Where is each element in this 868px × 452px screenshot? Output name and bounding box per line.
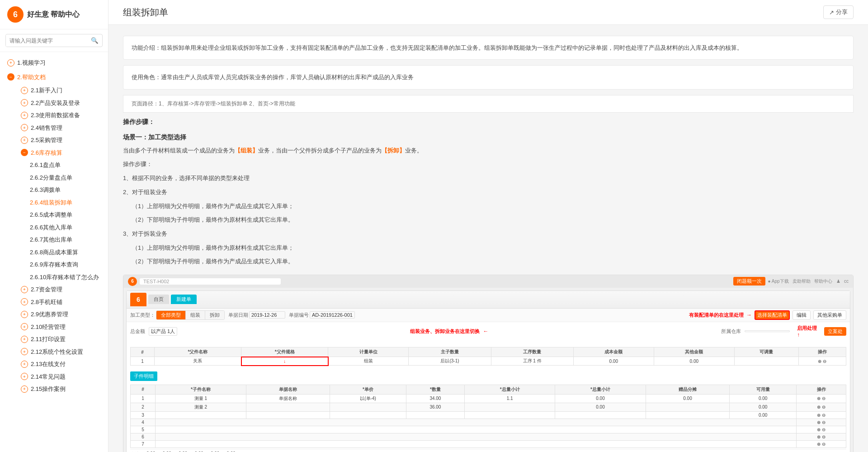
search-button[interactable]: 🔍 xyxy=(87,34,102,47)
sidebar-item-2-6-7[interactable]: 2.6.7其他出库单 xyxy=(26,233,108,246)
upper-th-spec: *父件规格 xyxy=(241,347,328,357)
type-label: 加工类型： xyxy=(130,312,155,319)
sidebar-item-2-3[interactable]: + 2.3使用前数据准备 xyxy=(17,109,108,122)
breadcrumb: 页面路径：1、库存核算->库存管理->组装拆卸单 2、首页->常用功能 xyxy=(123,95,854,113)
sidebar-item-2-10[interactable]: + 2.10经营管理 xyxy=(17,321,108,333)
upper-cell-arrow: ↓ xyxy=(283,359,286,364)
logo-icon: 6 xyxy=(7,6,24,23)
type-btn-disassemble[interactable]: 拆卸 xyxy=(205,311,224,319)
sidebar-item-2-9[interactable]: + 2.9优惠券管理 xyxy=(17,308,108,321)
mock-screen: 6 TEST-H002 闭题额一次 ● App下载 卖助帮助 帮助中心 ♟ cc… xyxy=(123,275,853,452)
confirm-button[interactable]: 立案处 xyxy=(824,327,846,336)
share-icon: ↗ xyxy=(829,9,834,16)
step2-1: （1）上部明细为父件明细，最终作为产成品生成其它入库单； xyxy=(123,201,854,212)
app-header-tabs: 6 自页 新建单 xyxy=(127,291,850,309)
app-tab-home[interactable]: 自页 xyxy=(148,295,169,304)
sidebar-item-2-5[interactable]: + 2.5采购管理 xyxy=(17,134,108,147)
sidebar-item-2-6-3[interactable]: 2.6.3调拨单 xyxy=(26,184,108,196)
annotation2-area: 启用处理 ↑ xyxy=(797,325,817,338)
edit-button[interactable]: 编辑 xyxy=(793,310,811,320)
topbar: 组装拆卸单 ↗ 分享 xyxy=(108,0,868,25)
sidebar-item-2-11[interactable]: + 2.11打印设置 xyxy=(17,333,108,346)
logo-area: 6 好生意 帮助中心 xyxy=(0,0,108,29)
scenario1-desc: 当由多个子件材料组装成一个成品的业务为【组装】业务，当由一个父件拆分成多个子产品… xyxy=(123,145,854,157)
sidebar-item-2-6-6[interactable]: 2.6.6其他入库单 xyxy=(26,221,108,234)
collapse-icon-2-6: − xyxy=(21,149,28,156)
sidebar-item-2-14[interactable]: + 2.14常见问题 xyxy=(17,371,108,383)
expand-icon-2-3: + xyxy=(21,112,28,119)
upper-table-area: # *父件名称 *父件规格 计量单位 主子数量 工序数量 成本金额 其他金额 可… xyxy=(127,343,850,369)
expand-icon-2-13: + xyxy=(21,361,28,368)
content-area: 功能介绍：组装拆卸单用来处理企业组装或拆卸等加工业务，支持有固定装配清单的产品加… xyxy=(108,25,868,452)
expand-icon-2-15: + xyxy=(21,385,28,393)
sidebar-item-2-8[interactable]: + 2.8手机旺铺 xyxy=(17,296,108,309)
upper-th-other: 其他金额 xyxy=(654,347,734,357)
type-btn-assemble[interactable]: 组装 xyxy=(186,311,205,319)
sidebar-item-1[interactable]: + 1.视频学习 xyxy=(0,56,108,70)
select-bom-button[interactable]: 选择装配清单 xyxy=(755,310,790,320)
screenshot-mockup: 6 TEST-H002 闭题额一次 ● App下载 卖助帮助 帮助中心 ♟ cc… xyxy=(123,275,854,452)
expand-icon-2-9: + xyxy=(21,311,28,318)
expand-icon-2-4: + xyxy=(21,124,28,131)
step3-1: （1）上部明细为父件明细，最终作为原材料生成其它出库单； xyxy=(123,243,854,254)
annotation-arrow-left: ← xyxy=(483,328,489,334)
upper-th-qty2: 工序数量 xyxy=(491,347,573,357)
warehouse-input[interactable] xyxy=(745,330,790,332)
lower-table-row-7: 7 ⊕ ⊖ xyxy=(131,440,846,447)
search-area: 🔍 xyxy=(0,29,108,52)
date-label: 单据日期 xyxy=(228,312,248,319)
upper-th-unit: 计量单位 xyxy=(328,347,409,357)
expand-icon-2-10: + xyxy=(21,323,28,330)
intro-box-1: 功能介绍：组装拆卸单用来处理企业组装或拆卸等加工业务，支持有固定装配清单的产品加… xyxy=(123,36,854,60)
sidebar-item-2[interactable]: − 2.帮助文档 xyxy=(0,70,108,85)
collapse-icon-2: − xyxy=(7,73,14,81)
qty-label: 总金额 xyxy=(130,328,145,335)
search-box: 🔍 xyxy=(5,34,103,47)
sidebar-item-2-13[interactable]: + 2.13在线支付 xyxy=(17,358,108,371)
sidebar-item-2-4[interactable]: + 2.4销售管理 xyxy=(17,122,108,134)
annotation2-text: 启用处理 xyxy=(797,325,817,331)
sidebar-item-2-6-1[interactable]: 2.6.1盘点单 xyxy=(26,159,108,171)
share-button[interactable]: ↗ 分享 xyxy=(823,5,854,19)
sidebar-item-2-6-10[interactable]: 2.6.10库存账本错了怎么办 xyxy=(26,271,108,284)
date-input[interactable]: 2019-12-26 xyxy=(249,311,285,319)
sidebar-item-2-6-2[interactable]: 2.6.2分量盘点单 xyxy=(26,171,108,184)
browser-nav-icons: ● App下载 卖助帮助 帮助中心 ♟ cc xyxy=(768,278,849,285)
sidebar-item-2-6-8[interactable]: 2.6.8商品成本重算 xyxy=(26,246,108,259)
upper-th-qty1: 主子数量 xyxy=(409,347,491,357)
nav-sub-2: + 2.1新手入门 + 2.2产品安装及登录 + 2.3使用前数据准备 + 2.… xyxy=(0,84,108,395)
lower-table: # *子件名称 单据名称 *单价 *数量 *总量小计 *总量小计 赠品分摊 可用… xyxy=(130,385,846,448)
upper-th-seq: # xyxy=(131,347,155,357)
ops-steps-title: 操作步骤： xyxy=(123,159,854,170)
annotation2-arrow: ↑ xyxy=(797,332,800,338)
qty-value[interactable]: 以产品 1人 xyxy=(149,327,177,336)
table-footer: 合计 0.00 0.00 0.00 0.00 0.00 0.00 xyxy=(130,449,846,452)
sidebar-item-2-1[interactable]: + 2.1新手入门 xyxy=(17,84,108,97)
sidebar-item-2-2[interactable]: + 2.2产品安装及登录 xyxy=(17,97,108,109)
sidebar-item-2-6[interactable]: − 2.6库存核算 xyxy=(17,147,108,159)
fields-row: 总金额 以产品 1人 组装业务、拆卸业务在这里切换 ← 所属仓库 启用处理 xyxy=(127,322,850,343)
type-btn-all[interactable]: 全部类型 xyxy=(156,311,186,319)
browser-logo: 6 xyxy=(128,277,137,286)
upper-table: # *父件名称 *父件规格 计量单位 主子数量 工序数量 成本金额 其他金额 可… xyxy=(130,347,846,366)
lower-table-row-4: 4 ⊕ ⊖ xyxy=(131,419,846,426)
type-annotation: 组装业务、拆卸业务在这里切换 xyxy=(410,328,480,335)
type-selector[interactable]: 全部类型 组装 拆卸 xyxy=(156,310,225,320)
search-input[interactable] xyxy=(6,35,87,47)
sidebar-item-2-6-9[interactable]: 2.6.9库存账本查询 xyxy=(26,258,108,271)
step3-2: （2）下部明细为子件明细，最终作为产成品生成其它入库单。 xyxy=(123,256,854,267)
order-input[interactable]: AD-20191226-001 xyxy=(310,311,355,319)
upper-table-row: 1 关系 ↓ 组装 后以(3-1) 工序 1 件 0.00 0.00 xyxy=(131,357,846,366)
app-tab-new[interactable]: 新建单 xyxy=(171,295,197,304)
date-group: 单据日期 2019-12-26 xyxy=(228,311,285,319)
sidebar-item-2-6-4[interactable]: 2.6.4组装拆卸单 xyxy=(26,196,108,209)
expand-icon-2-11: + xyxy=(21,336,28,343)
sidebar-item-2-6-5[interactable]: 2.6.5成本调整单 xyxy=(26,209,108,221)
lower-table-row-6: 6 ⊕ ⊖ xyxy=(131,433,846,440)
sidebar-item-2-7[interactable]: + 2.7资金管理 xyxy=(17,283,108,296)
step1: 1、根据不同的业务，选择不同单据的类型来处理 xyxy=(123,173,854,184)
intro-box-2: 使用角色：通常由生产人员或库管人员完成拆装业务的操作，库管人员确认原材料的出库和… xyxy=(123,65,854,89)
sidebar-item-2-15[interactable]: + 2.15操作案例 xyxy=(17,383,108,395)
other-purchase-button[interactable]: 其他采购单 xyxy=(813,310,846,320)
sidebar-item-2-12[interactable]: + 2.12系统个性化设置 xyxy=(17,346,108,358)
